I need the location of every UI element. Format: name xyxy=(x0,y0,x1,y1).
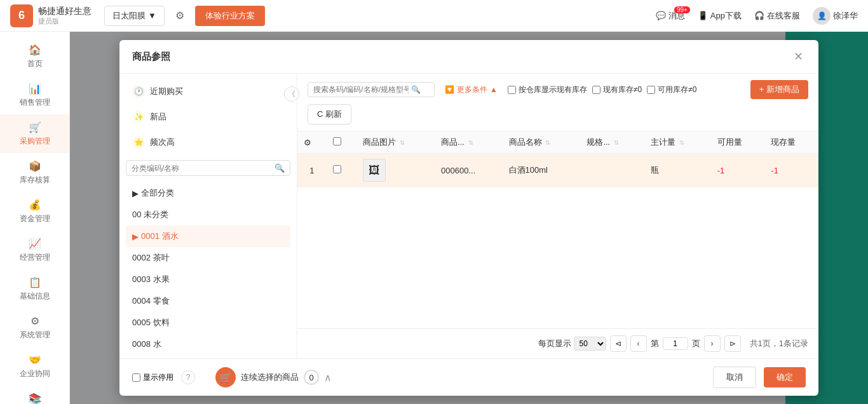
sidebar-item-system[interactable]: ⚙ 系统管理 xyxy=(0,308,69,347)
new-product-btn[interactable]: ✨ 新品 xyxy=(126,105,290,128)
modal: 商品参照 ✕ 🕐 近期购买 ✨ 新 xyxy=(119,40,818,396)
service-item[interactable]: 🎧 在线客服 xyxy=(754,10,800,22)
col-code[interactable]: 商品... ⇅ xyxy=(435,131,502,154)
row-stock: -1 xyxy=(764,154,818,187)
search-icon[interactable]: 🔍 xyxy=(411,85,421,94)
col-unit[interactable]: 主计量 ⇅ xyxy=(644,131,710,154)
main-layout: 🏠 首页 📊 销售管理 🛒 采购管理 📦 库存核算 💰 资金管理 📈 经营管理 … xyxy=(0,32,868,404)
warehouse-checkbox[interactable] xyxy=(508,86,516,94)
app-download-item[interactable]: 📱 App下载 xyxy=(698,10,742,22)
star-icon: ⭐ xyxy=(132,136,145,149)
row-select-checkbox[interactable] xyxy=(333,165,341,173)
col-spec[interactable]: 规格... ⇅ xyxy=(580,131,644,154)
page-info: 共1页，1条记录 xyxy=(750,338,808,349)
page-size-dropdown[interactable]: 20 50 100 xyxy=(574,337,606,351)
sidebar-item-enterprise[interactable]: 🤝 企业协同 xyxy=(0,347,69,386)
col-image[interactable]: 商品图片 ⇅ xyxy=(356,131,435,154)
cart-area: 🛒 连续选择的商品 0 ∧ xyxy=(215,367,332,387)
sidebar-item-home[interactable]: 🏠 首页 xyxy=(0,37,69,76)
category-item-beverage[interactable]: 0005 饮料 xyxy=(126,312,290,333)
sidebar-item-basic[interactable]: 📋 基础信息 xyxy=(0,269,69,308)
confirm-button[interactable]: 确定 xyxy=(764,367,806,387)
category-item-snack[interactable]: 0004 零食 xyxy=(126,290,290,312)
category-item-water[interactable]: 0008 水 xyxy=(126,333,290,352)
row-num: 1 xyxy=(297,154,327,187)
cart-collapse-button[interactable]: ∧ xyxy=(324,372,332,384)
available-checkbox[interactable] xyxy=(647,86,655,94)
sidebar-item-inventory[interactable]: 📦 库存核算 xyxy=(0,153,69,192)
arrow-active-icon: ▶ xyxy=(132,232,139,241)
sidebar-item-purchase[interactable]: 🛒 采购管理 xyxy=(0,114,69,153)
clock-icon: 🕐 xyxy=(132,85,145,98)
filter-button[interactable]: 🔽 更多条件 ▲ xyxy=(440,82,503,98)
cancel-button[interactable]: 取消 xyxy=(713,367,756,388)
right-panel: 🔍 🔽 更多条件 ▲ 按仓库显示现有库存 xyxy=(297,74,818,358)
settings-icon[interactable]: ⚙ xyxy=(170,6,190,26)
stock-checkbox[interactable] xyxy=(592,86,600,94)
next-page-button[interactable]: › xyxy=(704,335,721,352)
category-item-all[interactable]: ▶ 全部分类 xyxy=(126,182,290,204)
checkbox-available[interactable]: 可用库存≠0 xyxy=(647,84,696,95)
message-badge: 99+ xyxy=(674,6,690,13)
add-product-button[interactable]: + 新增商品 xyxy=(750,80,808,99)
col-stock[interactable]: 现存量 xyxy=(764,131,818,154)
product-search-wrap: 🔍 xyxy=(308,82,435,97)
first-page-button[interactable]: ⊲ xyxy=(610,335,627,352)
row-checkbox[interactable] xyxy=(327,154,356,187)
refresh-product-button[interactable]: C 刷新 xyxy=(308,104,351,125)
recent-purchase-btn[interactable]: 🕐 近期购买 xyxy=(126,80,290,103)
category-item-fruit[interactable]: 0003 水果 xyxy=(126,269,290,290)
category-search-input[interactable] xyxy=(132,164,272,173)
sidebar-item-sales[interactable]: 📊 销售管理 xyxy=(0,76,69,114)
select-all-checkbox[interactable] xyxy=(333,137,341,145)
operation-icon: 📈 xyxy=(29,237,41,250)
avatar: 👤 xyxy=(813,7,831,25)
quick-buttons: 🕐 近期购买 ✨ 新品 ⭐ 频次高 《 xyxy=(126,80,290,154)
org-dropdown[interactable]: 日太阳膜 ▼ xyxy=(104,6,165,26)
disabled-checkbox[interactable] xyxy=(132,374,140,382)
arrow-icon: ▶ xyxy=(132,189,139,198)
nav-right: 💬 消息 99+ 📱 App下载 🎧 在线客服 👤 徐泽华 xyxy=(656,7,858,25)
trial-button[interactable]: 体验行业方案 xyxy=(195,6,265,26)
help-button[interactable]: ? xyxy=(181,370,195,384)
message-icon-item[interactable]: 💬 消息 99+ xyxy=(656,10,685,22)
category-item-tea[interactable]: 0002 茶叶 xyxy=(126,247,290,269)
sidebar-item-finance[interactable]: 💰 资金管理 xyxy=(0,192,69,231)
product-search-input[interactable] xyxy=(313,85,409,94)
col-name[interactable]: 商品名称 ⇅ xyxy=(503,131,581,154)
frequent-btn[interactable]: ⭐ 频次高 xyxy=(126,131,290,154)
collapse-button[interactable]: 《 xyxy=(284,86,299,102)
modal-title: 商品参照 xyxy=(132,51,170,63)
prev-page-button[interactable]: ‹ xyxy=(630,335,647,352)
sidebar-item-operation[interactable]: 📈 经营管理 xyxy=(0,231,69,269)
purchase-icon: 🛒 xyxy=(29,121,41,133)
col-checkbox xyxy=(327,131,356,154)
modal-footer: 显示停用 ? 🛒 连续选择的商品 0 ∧ 取消 确定 xyxy=(119,358,818,396)
row-code: 000600... xyxy=(435,154,502,187)
inventory-icon: 📦 xyxy=(29,159,41,172)
logo-sub: 捷员版 xyxy=(38,17,92,26)
checkbox-warehouse[interactable]: 按仓库显示现有库存 xyxy=(508,84,587,95)
product-table: ⚙ 商品图片 ⇅ 商品... ⇅ xyxy=(297,131,818,187)
user-item[interactable]: 👤 徐泽华 xyxy=(813,7,858,25)
table-header-row: ⚙ 商品图片 ⇅ 商品... ⇅ xyxy=(297,131,818,154)
chevron-down-icon: ▼ xyxy=(148,11,156,20)
checkbox-stock[interactable]: 现有库存≠0 xyxy=(592,84,642,95)
modal-header: 商品参照 ✕ xyxy=(119,40,818,74)
last-page-button[interactable]: ⊳ xyxy=(724,335,741,352)
logo-icon: 6 xyxy=(10,4,33,27)
home-icon: 🏠 xyxy=(29,43,41,56)
page-number-input[interactable] xyxy=(663,337,688,350)
modal-close-button[interactable]: ✕ xyxy=(790,49,806,64)
phone-icon: 📱 xyxy=(698,11,708,20)
row-available: -1 xyxy=(711,154,765,187)
search-icon[interactable]: 🔍 xyxy=(275,163,285,173)
show-disabled-checkbox[interactable]: 显示停用 xyxy=(132,372,173,383)
category-item-uncategorized[interactable]: 00 未分类 xyxy=(126,204,290,226)
table-row[interactable]: 1 🖼 000600... 白酒100ml 瓶 xyxy=(297,154,818,187)
category-search-box: 🔍 xyxy=(126,160,290,176)
category-item-alcohol[interactable]: ▶ 0001 酒水 xyxy=(126,226,290,247)
col-available[interactable]: 可用量 xyxy=(711,131,765,154)
logo-area: 6 畅捷通好生意 捷员版 xyxy=(10,4,92,27)
sidebar-item-guide[interactable]: 📚 新手引导 xyxy=(0,386,69,404)
